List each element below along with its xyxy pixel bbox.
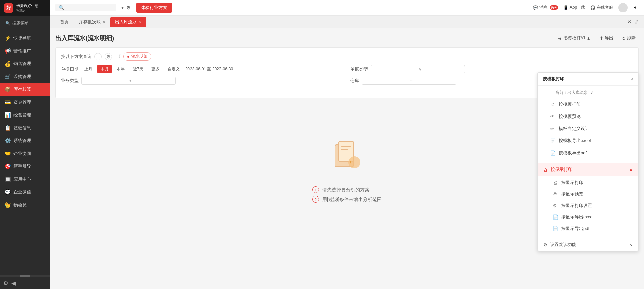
- tab-home[interactable]: 首页: [55, 17, 74, 27]
- collapse-sidebar-button[interactable]: ◀: [11, 280, 16, 286]
- basics-icon: 📋: [5, 125, 11, 131]
- sidebar-item-member[interactable]: 👑 畅会员: [0, 199, 50, 211]
- export-button[interactable]: ⬆ 导出: [597, 34, 616, 43]
- dropdown-current-label[interactable]: 当前：出入库流水 ∨: [538, 87, 638, 98]
- user-avatar[interactable]: [618, 3, 628, 12]
- sidebar-item-finance[interactable]: 💳 资金管理: [0, 96, 50, 109]
- dropdown-template-custom-design[interactable]: ✏ 模板自定义设计: [538, 123, 638, 135]
- search-icon: 🔍: [5, 21, 10, 26]
- date-filter-this-month[interactable]: 本月: [97, 65, 112, 73]
- date-filter-more[interactable]: 更多: [148, 65, 163, 73]
- empty-state-icon: !: [330, 138, 364, 178]
- search-menu-button[interactable]: 🔍 搜索菜单: [3, 19, 47, 27]
- sidebar-item-operations[interactable]: 📊 经营管理: [0, 109, 50, 122]
- sidebar-navigation: ⚡ 快捷导航 📢 营销推广 💰 销售管理 🛒 采购管理 📦 库存核算 💳 资金管…: [0, 30, 50, 275]
- date-field-label: 单据日期: [61, 66, 79, 72]
- page-title-bar: 出入库流水(流水明细) 🖨 按模板打印 ▲ ⬆ 导出 ↻ 刷新: [55, 34, 639, 43]
- tabs-bar: 首页 库存批次账 × 出入库流水 × ✕ ⤢: [50, 16, 644, 28]
- dropdown-display-preview[interactable]: 👁 按显示预览: [538, 188, 638, 200]
- dropdown-template-preview[interactable]: 👁 按模板预览: [538, 110, 638, 123]
- print-icon: 🖨: [550, 102, 555, 107]
- refresh-button[interactable]: ↻ 刷新: [619, 34, 639, 43]
- active-filter-tag[interactable]: ● 流水明细: [123, 52, 151, 61]
- sidebar-item-basics[interactable]: 📋 基础信息: [0, 122, 50, 134]
- logo-icon: 好: [4, 3, 13, 13]
- dropdown-template-export-excel[interactable]: 📄 按模板导出excel: [538, 135, 638, 147]
- sidebar-item-wechat[interactable]: 💬 企业微信: [0, 186, 50, 199]
- tab-flow[interactable]: 出入库流水 ×: [110, 17, 146, 27]
- settings-button[interactable]: ⚙: [3, 280, 8, 286]
- app-download-button[interactable]: 📱 App下载: [563, 5, 585, 10]
- date-filter-last-month[interactable]: 上月: [81, 65, 95, 73]
- date-filter-this-year[interactable]: 本年: [114, 65, 128, 73]
- dropdown-display-export-pdf[interactable]: 📄 按显示导出pdf: [538, 223, 638, 234]
- refresh-icon: ↻: [622, 36, 626, 41]
- tab-batch[interactable]: 库存批次账 ×: [74, 17, 110, 27]
- sidebar-item-cooperation[interactable]: 🤝 企业协同: [0, 147, 50, 160]
- dropdown-display-section-header[interactable]: 🖨 按显示打印 ▲: [538, 163, 638, 176]
- window-expand-button[interactable]: ⤢: [634, 19, 639, 25]
- template-print-button[interactable]: 🖨 按模板打印 ▲: [555, 34, 593, 43]
- sidebar-item-label: 资金管理: [13, 99, 31, 105]
- dropdown-item-label: 按模板导出excel: [559, 138, 591, 144]
- sales-icon: 💰: [5, 61, 11, 67]
- filter-add-button[interactable]: +: [94, 53, 102, 60]
- dropdown-current-chevron-icon: ∨: [590, 90, 593, 95]
- date-filter-7days[interactable]: 近7天: [130, 65, 146, 73]
- tab-flow-label: 出入库流水: [115, 19, 137, 25]
- tab-flow-close-icon[interactable]: ×: [139, 20, 141, 24]
- sidebar-item-inventory[interactable]: 📦 库存核算: [0, 83, 50, 96]
- dropdown-chevron-icon[interactable]: ▾: [121, 5, 124, 10]
- dropdown-item-label: 按模板预览: [559, 113, 581, 120]
- dropdown-more-button[interactable]: ···: [624, 77, 628, 81]
- sidebar-item-label: 经营管理: [13, 112, 31, 118]
- topbar-search-box[interactable]: 🔍: [55, 4, 116, 11]
- hint2-number: 2: [312, 196, 319, 203]
- date-filter-group: 单据日期 上月 本月 本年 近7天 更多 自定义 2023-06-01 至 20…: [61, 65, 344, 73]
- topbar-search-input[interactable]: [66, 5, 107, 10]
- main-content: 🔍 ▾ ⚙ 体验行业方案 💬 消息 99+ 📱 App下载 🎧 在线客服 Rit: [50, 0, 644, 289]
- business-type-select[interactable]: ▾: [81, 77, 176, 85]
- filter-collapse-button[interactable]: 《: [116, 54, 121, 60]
- date-filter-custom[interactable]: 自定义: [165, 65, 183, 73]
- sidebar-item-guide[interactable]: 🎯 新手引导: [0, 160, 50, 173]
- print-icon: 🖨: [557, 36, 562, 41]
- sidebar-item-label: 快捷导航: [13, 35, 31, 41]
- warehouse-select[interactable]: ···: [362, 77, 456, 85]
- pdf-icon: 📄: [550, 150, 555, 156]
- sidebar-item-system[interactable]: ⚙️ 系统管理: [0, 134, 50, 147]
- sidebar-item-purchase[interactable]: 🛒 采购管理: [0, 70, 50, 83]
- sidebar-item-sales[interactable]: 💰 销售管理: [0, 57, 50, 70]
- warehouse-more-icon: ···: [410, 78, 452, 83]
- sidebar-search-area[interactable]: 🔍 搜索菜单: [0, 16, 50, 30]
- window-close-button[interactable]: ✕: [627, 19, 632, 25]
- voucher-type-select[interactable]: ∨: [371, 65, 465, 73]
- message-icon: 💬: [533, 5, 538, 10]
- sidebar-item-marketing[interactable]: 📢 营销推广: [0, 45, 50, 57]
- sidebar-item-app-center[interactable]: 🔲 应用中心: [0, 173, 50, 186]
- dropdown-collapse-button[interactable]: ∧: [631, 77, 634, 81]
- dropdown-template-print[interactable]: 🖨 按模板打印: [538, 98, 638, 110]
- business-type-label: 业务类型: [61, 78, 79, 84]
- sidebar-item-label: 基础信息: [13, 125, 31, 131]
- dropdown-template-export-pdf[interactable]: 📄 按模板导出pdf: [538, 147, 638, 159]
- industry-solution-button[interactable]: 体验行业方案: [136, 3, 172, 13]
- quick-nav-icon: ⚡: [5, 35, 11, 41]
- dropdown-display-print[interactable]: 🖨 按显示打印: [538, 177, 638, 188]
- messages-button[interactable]: 💬 消息 99+: [533, 5, 558, 10]
- sidebar-item-quick-nav[interactable]: ⚡ 快捷导航: [0, 32, 50, 45]
- svg-text:!: !: [350, 160, 351, 165]
- tab-batch-close-icon[interactable]: ×: [103, 20, 105, 24]
- online-service-button[interactable]: 🎧 在线客服: [590, 5, 613, 10]
- headset-icon: 🎧: [590, 5, 595, 10]
- dropdown-display-print-settings[interactable]: ⚙ 按显示打印设置: [538, 200, 638, 211]
- template-print-label: 按模板打印: [563, 35, 585, 41]
- dropdown-display-export-excel[interactable]: 📄 按显示导出excel: [538, 211, 638, 223]
- topbar-settings-icon[interactable]: ⚙: [126, 5, 131, 10]
- dropdown-header: 按模板打印 ··· ∧: [538, 73, 638, 86]
- filter-settings-button[interactable]: ⚙: [105, 53, 112, 60]
- wechat-icon: 💬: [5, 189, 11, 195]
- dropdown-item-label: 按显示预览: [561, 191, 583, 197]
- cooperation-icon: 🤝: [5, 151, 11, 157]
- dropdown-footer[interactable]: ⚙ 设置默认功能 ∨: [538, 239, 638, 251]
